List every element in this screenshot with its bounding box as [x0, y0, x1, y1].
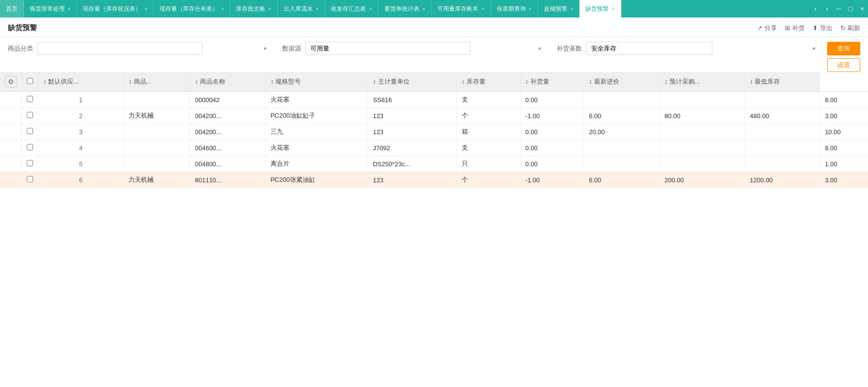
tab-close-expiry[interactable]: × [529, 6, 532, 12]
tab-label-inventory-status: 现存量（库存状况表） [83, 5, 141, 13]
col-min-stock[interactable]: ↕ 最低库存 [745, 72, 820, 92]
row-replenish: 6.00 [584, 108, 659, 124]
col-stock[interactable]: ↕ 库存量 [456, 72, 520, 92]
row-checkbox[interactable] [27, 144, 33, 150]
row-checkbox[interactable] [27, 176, 33, 182]
replenish-label: 补货基数 [557, 44, 582, 53]
category-select[interactable] [37, 42, 202, 55]
tab-close-inventory-dist[interactable]: × [221, 6, 224, 12]
tab-minimize-btn[interactable]: ─ [833, 0, 845, 18]
row-product-name: 三九 [265, 124, 368, 140]
datasource-select[interactable]: 可用量 [305, 42, 470, 55]
row-spec: 123 [368, 172, 456, 188]
tab-inventory-status[interactable]: 现存量（库存状况表）× [77, 0, 153, 18]
tab-close-batch-account[interactable]: × [268, 6, 271, 12]
tab-close-inventory-status[interactable]: × [144, 6, 147, 12]
row-checkbox[interactable] [27, 96, 33, 102]
tab-expiry[interactable]: 保质期查询× [491, 0, 538, 18]
row-estimated-purchase [745, 92, 820, 108]
row-supplier [124, 92, 190, 108]
tab-order-stats[interactable]: 要货单统计表× [379, 0, 432, 18]
row-gear-cell [0, 108, 22, 124]
row-supplier: 力天机械 [124, 172, 190, 188]
row-min-stock: 3.00 [820, 108, 868, 124]
table-gear-icon[interactable]: ⚙ [5, 76, 17, 88]
row-num: 3 [38, 124, 124, 140]
row-product-name: PC200油缸缸子 [265, 108, 368, 124]
row-checkbox[interactable] [27, 112, 33, 118]
filter-actions: 查询 设置 [827, 42, 860, 72]
page-title: 缺货预警 [8, 23, 37, 33]
row-checkbox[interactable] [27, 128, 33, 134]
row-unit: 箱 [456, 124, 520, 140]
refresh-button[interactable]: ↻ 刷新 [840, 24, 860, 33]
tab-close-btn[interactable]: × [856, 0, 868, 18]
col-product-code[interactable]: ↕ 商品... [124, 72, 190, 92]
col-product-name[interactable]: ↕ 商品名称 [190, 72, 265, 92]
tab-label-inventory-dist: 现存量（库存分布表） [160, 5, 218, 13]
row-estimated-purchase [745, 124, 820, 140]
row-estimated-purchase: 480.00 [745, 108, 820, 124]
tab-label-overstock: 超储预警 [544, 5, 567, 13]
tab-label-home: 首页 [6, 5, 18, 13]
replenish-filter-group: 补货基数 安全库存 [557, 42, 819, 55]
export-button[interactable]: ⬆ 导出 [813, 24, 832, 33]
tab-prev-btn[interactable]: ‹ [810, 0, 821, 18]
tab-batch-account[interactable]: 库存批次账× [230, 0, 277, 18]
replenish-select[interactable]: 安全库存 [586, 42, 712, 55]
col-latest-price[interactable]: ↕ 最新进价 [584, 72, 659, 92]
tab-label-batch-account: 库存批次账 [236, 5, 265, 13]
tab-exception[interactable]: 拣货异常处理× [24, 0, 77, 18]
col-unit[interactable]: ↕ 主计量单位 [368, 72, 456, 92]
row-product-name: 离合片 [265, 156, 368, 172]
row-stock: 0.00 [520, 156, 584, 172]
col-replenish[interactable]: ↕ 补货量 [520, 72, 584, 92]
restock-button[interactable]: ⊞ 补货 [785, 24, 805, 33]
query-button[interactable]: 查询 [827, 42, 860, 55]
col-estimated-purchase[interactable]: ↕ 预计采购... [659, 72, 744, 92]
tab-inout-flow[interactable]: 出入库流水× [278, 0, 325, 18]
tab-restore-btn[interactable]: □ [845, 0, 856, 18]
table-row: 6 力天机械 801110... PC200张紧油缸 123 个 -1.00 6… [0, 172, 868, 188]
tab-label-available-ledger: 可用量库存账本 [437, 5, 478, 13]
select-all-checkbox[interactable] [27, 78, 33, 84]
tab-available-ledger[interactable]: 可用量库存账本× [432, 0, 490, 18]
tab-collect-summary[interactable]: 收发存汇总表× [325, 0, 378, 18]
table-row: 3 004200... 三九 123 箱 0.00 20.00 10.00 [0, 124, 868, 140]
row-stock: 0.00 [520, 124, 584, 140]
tab-next-btn[interactable]: › [821, 0, 833, 18]
tab-close-inout-flow[interactable]: × [316, 6, 319, 12]
row-gear-cell [0, 140, 22, 156]
tab-inventory-dist[interactable]: 现存量（库存分布表）× [154, 0, 230, 18]
row-num: 6 [38, 172, 124, 188]
row-unit: 个 [456, 108, 520, 124]
tab-overstock[interactable]: 超储预警× [538, 0, 579, 18]
row-gear-cell [0, 92, 22, 108]
row-unit: 支 [456, 140, 520, 156]
table-header-row: ⚙ ↕ 默认供应... ↕ 商品... ↕ 商品 [0, 72, 868, 92]
tab-close-collect-summary[interactable]: × [369, 6, 372, 12]
tab-shortage[interactable]: 缺货预警× [579, 0, 621, 18]
table-row: 2 力天机械 004200... PC200油缸缸子 123 个 -1.00 6… [0, 108, 868, 124]
tab-close-available-ledger[interactable]: × [481, 6, 484, 12]
setting-button[interactable]: 设置 [827, 58, 860, 72]
table-row: 1 0000042 火花塞 SS816 支 0.00 8.00 [0, 92, 868, 108]
row-checkbox-cell [22, 140, 38, 156]
row-min-stock: 8.00 [820, 140, 868, 156]
share-button[interactable]: ↗ 分享 [757, 24, 777, 33]
tab-close-overstock[interactable]: × [570, 6, 573, 12]
tab-label-shortage: 缺货预警 [585, 5, 609, 13]
tab-close-exception[interactable]: × [68, 6, 71, 12]
row-unit: 支 [456, 92, 520, 108]
tab-close-shortage[interactable]: × [612, 6, 615, 12]
tab-home[interactable]: 首页 [0, 0, 24, 18]
row-min-stock: 1.00 [820, 156, 868, 172]
row-checkbox[interactable] [27, 160, 33, 166]
col-spec[interactable]: ↕ 规格型号 [265, 72, 368, 92]
row-min-stock: 8.00 [820, 92, 868, 108]
tab-close-order-stats[interactable]: × [422, 6, 425, 12]
row-gear-cell [0, 172, 22, 188]
row-checkbox-cell [22, 156, 38, 172]
col-supplier[interactable]: ↕ 默认供应... [38, 72, 124, 92]
row-gear-cell [0, 124, 22, 140]
